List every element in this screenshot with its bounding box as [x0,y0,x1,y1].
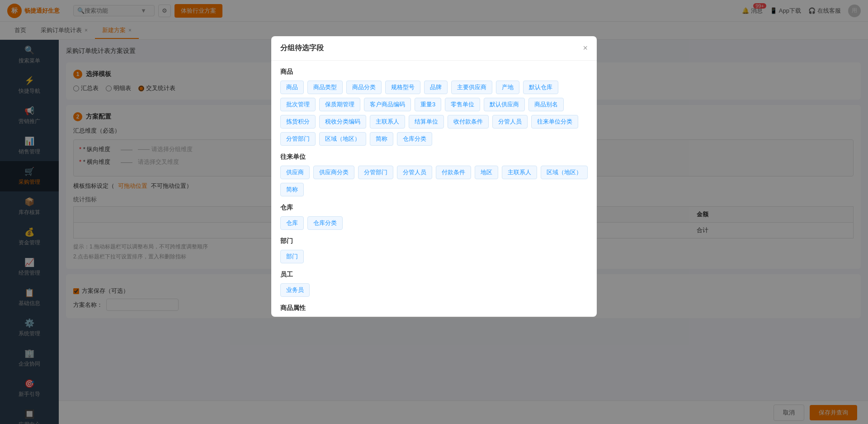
field-tag-0-17[interactable]: 主联系人 [370,115,405,129]
field-tag-0-0[interactable]: 商品 [280,81,304,94]
field-tag-0-19[interactable]: 收付款条件 [448,115,489,129]
field-tag-0-7[interactable]: 默认仓库 [523,81,558,94]
field-tag-0-10[interactable]: 客户商品编码 [364,98,411,111]
field-tag-0-8[interactable]: 批次管理 [280,98,316,111]
modal-section-1: 往来单位供应商供应商分类分管部门分管人员付款条件地区主联系人区域（地区）简称 [280,153,588,196]
field-tag-0-16[interactable]: 税收分类编码 [319,115,366,129]
modal-section-title-0: 商品 [280,68,588,76]
modal-section-2: 仓库仓库仓库分类 [280,204,588,230]
modal-section-3: 部门部门 [280,237,588,263]
modal-close-button[interactable]: × [583,43,588,53]
field-tag-0-14[interactable]: 商品别名 [528,98,564,111]
field-tag-1-1[interactable]: 供应商分类 [313,166,354,179]
modal-section-tags-3: 部门 [280,250,588,263]
field-tag-1-5[interactable]: 地区 [475,166,498,179]
field-tag-0-6[interactable]: 产地 [496,81,519,94]
field-tag-4-0[interactable]: 业务员 [280,283,310,297]
field-tag-0-13[interactable]: 默认供应商 [484,98,525,111]
field-tag-0-11[interactable]: 重量3 [415,98,441,111]
field-tag-0-15[interactable]: 拣货积分 [280,115,316,129]
modal-section-5: 商品属性属性颜色多规格尺码鞋码1 [280,304,588,317]
field-tag-3-0[interactable]: 部门 [280,250,304,263]
modal-section-tags-4: 业务员 [280,283,588,297]
field-tag-0-4[interactable]: 品牌 [424,81,448,94]
modal-section-0: 商品商品商品类型商品分类规格型号品牌主要供应商产地默认仓库批次管理保质期管理客户… [280,68,588,146]
field-tag-0-1[interactable]: 商品类型 [307,81,343,94]
modal-section-tags-0: 商品商品类型商品分类规格型号品牌主要供应商产地默认仓库批次管理保质期管理客户商品… [280,81,588,146]
field-tag-0-2[interactable]: 商品分类 [346,81,382,94]
field-tag-1-0[interactable]: 供应商 [280,166,310,179]
modal-title: 分组待选字段 [280,43,324,53]
modal-overlay: 分组待选字段 × 商品商品商品类型商品分类规格型号品牌主要供应商产地默认仓库批次… [0,0,868,424]
field-tag-0-18[interactable]: 结算单位 [409,115,444,129]
modal: 分组待选字段 × 商品商品商品类型商品分类规格型号品牌主要供应商产地默认仓库批次… [271,36,597,317]
modal-header: 分组待选字段 × [271,36,597,61]
modal-section-title-5: 商品属性 [280,304,588,312]
field-tag-1-4[interactable]: 付款条件 [436,166,471,179]
field-tag-2-0[interactable]: 仓库 [280,216,304,230]
modal-section-title-3: 部门 [280,237,588,245]
field-tag-1-7[interactable]: 区域（地区） [541,166,588,179]
modal-section-title-4: 员工 [280,271,588,279]
field-tag-0-20[interactable]: 分管人员 [492,115,528,129]
field-tag-0-24[interactable]: 简称 [370,132,393,146]
field-tag-0-21[interactable]: 往来单位分类 [531,115,578,129]
field-tag-2-1[interactable]: 仓库分类 [307,216,343,230]
field-tag-0-25[interactable]: 仓库分类 [397,132,432,146]
field-tag-0-3[interactable]: 规格型号 [385,81,420,94]
modal-section-title-1: 往来单位 [280,153,588,161]
modal-section-tags-1: 供应商供应商分类分管部门分管人员付款条件地区主联系人区域（地区）简称 [280,166,588,196]
field-tag-0-12[interactable]: 零售单位 [445,98,480,111]
field-tag-1-3[interactable]: 分管人员 [397,166,432,179]
field-tag-0-5[interactable]: 主要供应商 [451,81,492,94]
modal-body: 商品商品商品类型商品分类规格型号品牌主要供应商产地默认仓库批次管理保质期管理客户… [271,61,597,317]
field-tag-1-2[interactable]: 分管部门 [358,166,393,179]
field-tag-0-22[interactable]: 分管部门 [280,132,316,146]
modal-section-tags-2: 仓库仓库分类 [280,216,588,230]
field-tag-1-6[interactable]: 主联系人 [502,166,537,179]
field-tag-0-9[interactable]: 保质期管理 [319,98,360,111]
modal-section-title-2: 仓库 [280,204,588,212]
modal-section-4: 员工业务员 [280,271,588,297]
field-tag-0-23[interactable]: 区域（地区） [319,132,366,146]
field-tag-1-8[interactable]: 简称 [280,183,304,196]
